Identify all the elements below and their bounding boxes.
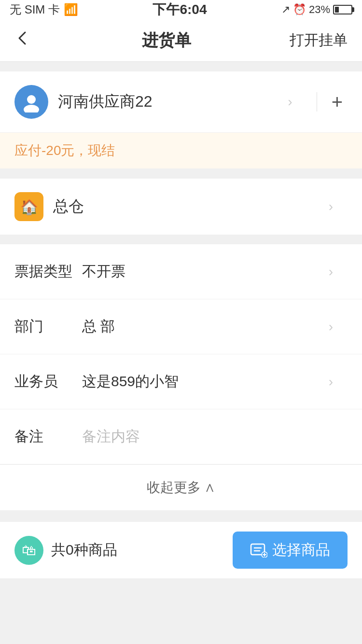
supplier-divider — [317, 92, 317, 112]
invoice-chevron-icon: › — [329, 264, 333, 280]
supplier-row[interactable]: 河南供应商22 › + — [0, 71, 362, 133]
page-background — [0, 578, 362, 644]
status-right: ↗ ⏰ 23% — [281, 3, 352, 16]
open-pending-button[interactable]: 打开挂单 — [290, 30, 348, 50]
form-row-department[interactable]: 部门 总 部 › — [0, 299, 362, 354]
svg-point-1 — [24, 105, 39, 112]
form-section: 票据类型 不开票 › 部门 总 部 › 业务员 这是859的小智 › 备注 备注… — [0, 244, 362, 510]
department-label: 部门 — [14, 317, 82, 336]
supplier-avatar — [14, 85, 48, 119]
supplier-name: 河南供应商22 — [58, 91, 288, 112]
bottom-bar: 🛍 共0种商品 选择商品 — [0, 521, 362, 578]
battery-text: 23% — [309, 3, 330, 16]
add-supplier-button[interactable]: + — [327, 91, 348, 113]
invoice-label: 票据类型 — [14, 262, 82, 281]
select-goods-label: 选择商品 — [272, 540, 330, 560]
back-button[interactable] — [14, 28, 43, 53]
goods-count-text: 共0种商品 — [51, 540, 117, 560]
warehouse-icon-wrap: 🏠 — [14, 192, 43, 221]
supplier-section: 河南供应商22 › + 应付-20元，现结 — [0, 71, 362, 168]
remark-label: 备注 — [14, 427, 82, 447]
warehouse-icon: 🏠 — [20, 198, 38, 215]
status-time: 下午6:04 — [153, 0, 207, 19]
nav-bar: 进货单 打开挂单 — [0, 19, 362, 62]
salesperson-chevron-icon: › — [329, 374, 333, 390]
warehouse-name: 总仓 — [53, 196, 329, 217]
goods-bag-icon: 🛍 — [22, 542, 36, 559]
wifi-icon: 📶 — [64, 3, 78, 16]
alarm-icon: ⏰ — [293, 3, 306, 16]
status-left: 无 SIM 卡 📶 — [10, 2, 78, 17]
department-value: 总 部 — [82, 317, 329, 336]
form-row-salesperson[interactable]: 业务员 这是859的小智 › — [0, 354, 362, 409]
svg-point-0 — [27, 95, 36, 104]
status-bar: 无 SIM 卡 📶 下午6:04 ↗ ⏰ 23% — [0, 0, 362, 19]
collapse-label: 收起更多 ∧ — [147, 478, 216, 497]
supplier-chevron-icon: › — [288, 94, 292, 110]
gap-1 — [0, 62, 362, 71]
carrier-text: 无 SIM 卡 — [10, 2, 60, 17]
location-icon: ↗ — [281, 3, 290, 16]
form-row-invoice[interactable]: 票据类型 不开票 › — [0, 244, 362, 299]
remark-input[interactable]: 备注内容 — [82, 427, 348, 447]
supplier-notice: 应付-20元，现结 — [0, 133, 362, 168]
select-goods-icon — [250, 543, 267, 558]
battery-icon — [333, 5, 352, 14]
form-row-remark[interactable]: 备注 备注内容 — [0, 409, 362, 464]
salesperson-label: 业务员 — [14, 372, 82, 392]
gap-2 — [0, 168, 362, 178]
warehouse-chevron-icon: › — [329, 199, 333, 214]
warehouse-row[interactable]: 🏠 总仓 › — [0, 178, 362, 235]
select-goods-button[interactable]: 选择商品 — [233, 532, 348, 569]
gap-4 — [0, 510, 362, 520]
warehouse-section: 🏠 总仓 › — [0, 178, 362, 235]
invoice-value: 不开票 — [82, 262, 329, 281]
department-chevron-icon: › — [329, 319, 333, 335]
collapse-row[interactable]: 收起更多 ∧ — [0, 464, 362, 510]
page-title: 进货单 — [142, 29, 191, 52]
gap-3 — [0, 235, 362, 244]
goods-info: 🛍 共0种商品 — [14, 536, 223, 565]
goods-icon-wrap: 🛍 — [14, 536, 43, 565]
salesperson-value: 这是859的小智 — [82, 372, 329, 392]
